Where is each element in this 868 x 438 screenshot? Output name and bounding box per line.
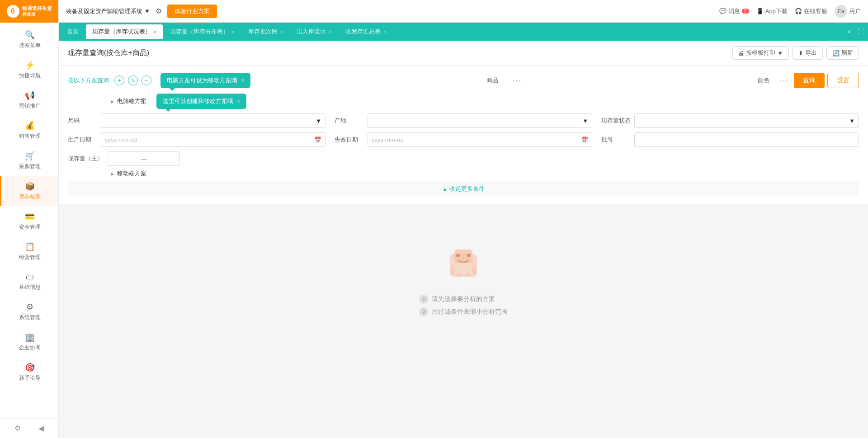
- sidebar-label-enterprise: 企业协同: [19, 344, 41, 352]
- edit-scheme-btn[interactable]: ✎: [128, 75, 138, 85]
- tab-close-inventory-dist[interactable]: ×: [231, 29, 234, 34]
- refresh-btn[interactable]: 🔄 刷新: [826, 46, 859, 60]
- finance-icon: 💳: [25, 212, 35, 221]
- print-icon: 🖨: [738, 50, 744, 57]
- exp-date-label: 失效日期: [335, 136, 364, 144]
- batch-input[interactable]: [634, 132, 859, 147]
- logo: 6 畅通道好生意 标准版: [0, 0, 58, 23]
- collapse-up-icon: ▲: [442, 186, 448, 193]
- system-title: 装备及固定资产辅助管理系统: [66, 7, 142, 15]
- color-more-btn[interactable]: ···: [779, 76, 788, 85]
- tab-inventory-dist[interactable]: 现存量（库存分布表） ×: [164, 24, 241, 39]
- svg-rect-6: [457, 273, 462, 277]
- back-scheme-btn[interactable]: ←: [142, 75, 151, 85]
- search-btn[interactable]: 查询: [794, 73, 825, 88]
- online-service-btn[interactable]: 🎧 在线客服: [795, 7, 827, 15]
- tab-bar: 首页 现存量（库存状况表） × 现存量（库存分布表） × 库存批次账 × 出入库…: [59, 23, 868, 41]
- sidebar-bottom: ⚙ ◀: [0, 418, 58, 438]
- tab-close-batch[interactable]: ×: [280, 29, 283, 34]
- sidebar-item-operations[interactable]: 📋 经营管理: [0, 236, 58, 267]
- message-btn[interactable]: 💬 消息 9: [719, 7, 749, 15]
- tab-inout-flow[interactable]: 出入库流水 ×: [290, 24, 338, 39]
- filter-item-exp-date: 失效日期 yyyy-mm-dd 📅: [335, 132, 592, 147]
- template-print-btn[interactable]: 🖨 按模板打印 ▼: [732, 46, 789, 60]
- app-download-label: App下载: [765, 7, 788, 15]
- reset-btn[interactable]: 设置: [827, 73, 859, 88]
- filter-scheme-row: 按以下方案查询 + ✎ ← 电脑方案可设为移动方案哦 × 商品 ···: [68, 73, 859, 88]
- sidebar-item-nav[interactable]: ⚡ 快捷导航: [0, 55, 58, 85]
- empty-state: ① 请先选择要分析的方案 ② 用过滤条件来缩小分析范围: [59, 204, 868, 356]
- sidebar-item-search[interactable]: 🔍 搜索菜单: [0, 24, 58, 55]
- industry-btn[interactable]: 体验行业方案: [167, 5, 217, 18]
- top-header: 装备及固定资产辅助管理系统 ▼ ⚙ 体验行业方案 💬 消息 9 📱 App下载 …: [59, 0, 868, 23]
- origin-select[interactable]: ▼: [368, 113, 592, 128]
- sidebar-label-system: 系统管理: [19, 314, 41, 321]
- sidebar-label-operations: 经营管理: [19, 254, 41, 261]
- filter-item-prod-date: 生产日期 yyyy-mm-dd 📅: [68, 132, 326, 147]
- sidebar-item-enterprise[interactable]: 🏢 企业协同: [0, 327, 58, 357]
- size-select[interactable]: ▼: [101, 113, 326, 128]
- pc-scheme-label: 电脑端方案: [117, 97, 146, 105]
- tab-home[interactable]: 首页: [61, 24, 85, 39]
- nav-icon: ⚡: [25, 60, 35, 70]
- tab-inventory-status[interactable]: 现存量（库存状况表） ×: [86, 24, 163, 39]
- sidebar-item-purchase[interactable]: 🛒 采购管理: [0, 146, 58, 176]
- service-icon: 🎧: [795, 8, 802, 14]
- sidebar-item-sales[interactable]: 💰 销售管理: [0, 115, 58, 146]
- sidebar-item-inventory[interactable]: 📦 库存核算: [0, 176, 58, 206]
- tab-close-inout[interactable]: ×: [329, 29, 331, 34]
- mobile-scheme-label: 移动端方案: [117, 170, 146, 178]
- settings-gear-btn[interactable]: ⚙: [156, 7, 162, 15]
- sidebar-item-basic[interactable]: 🗃 基础信息: [0, 267, 58, 297]
- system-title-dropdown[interactable]: 装备及固定资产辅助管理系统 ▼: [66, 7, 150, 15]
- app-download-btn[interactable]: 📱 App下载: [756, 7, 788, 15]
- tab-batch-account[interactable]: 库存批次账 ×: [242, 24, 289, 39]
- marketing-icon: 📢: [25, 90, 35, 100]
- sidebar-item-guide[interactable]: 🎯 新手引导: [0, 357, 58, 387]
- exp-date-input[interactable]: yyyy-mm-dd 📅: [368, 132, 592, 147]
- step-num-2: ②: [419, 307, 428, 316]
- user-menu[interactable]: Ea 用户: [835, 5, 861, 18]
- scheme-tooltip2-wrapper: 这里可以创建和修改方案哦 ×: [156, 94, 246, 109]
- product-more-btn[interactable]: ···: [512, 76, 522, 85]
- system-icon: ⚙: [26, 302, 33, 312]
- sidebar-item-finance[interactable]: 💳 资金管理: [0, 206, 58, 236]
- main-content: 装备及固定资产辅助管理系统 ▼ ⚙ 体验行业方案 💬 消息 9 📱 App下载 …: [59, 0, 868, 438]
- svg-rect-4: [451, 265, 454, 274]
- calendar-icon: 📅: [314, 137, 321, 143]
- tab-close-inventory-status[interactable]: ×: [154, 29, 156, 34]
- tab-close-receive[interactable]: ×: [383, 29, 386, 34]
- batch-label: 批号: [601, 136, 631, 144]
- prod-date-input[interactable]: yyyy-mm-dd 📅: [101, 132, 326, 147]
- collapse-sidebar-btn[interactable]: ◀: [38, 424, 44, 433]
- tab-receive-summary[interactable]: 收发存汇总表 ×: [339, 24, 392, 39]
- scheme-tooltip-1: 电脑方案可设为移动方案哦 ×: [160, 73, 250, 88]
- sidebar-label-inventory: 库存核算: [19, 193, 41, 201]
- add-scheme-btn[interactable]: +: [114, 75, 124, 85]
- export-btn[interactable]: ⬆ 导出: [793, 46, 823, 60]
- collapse-bar[interactable]: ▲ 收起更多条件: [68, 181, 859, 197]
- close-all-tabs-btn[interactable]: ×: [845, 26, 853, 37]
- sidebar-item-marketing[interactable]: 📢 营销推广: [0, 85, 58, 115]
- sidebar-nav: 🔍 搜索菜单 ⚡ 快捷导航 📢 营销推广 💰 销售管理 🛒 采购管理 📦 库存核…: [0, 23, 58, 418]
- step-1-text: 请先选择要分析的方案: [432, 295, 495, 303]
- origin-label: 产地: [335, 117, 364, 125]
- svg-rect-5: [472, 265, 476, 274]
- tab-bar-actions: × ⛶: [845, 26, 866, 37]
- sales-icon: 💰: [25, 121, 35, 131]
- sidebar-item-system[interactable]: ⚙ 系统管理: [0, 297, 58, 327]
- step-2-text: 用过滤条件来缩小分析范围: [432, 308, 508, 316]
- stock-qty-input[interactable]: —: [108, 151, 180, 166]
- settings-bottom-btn[interactable]: ⚙: [14, 424, 21, 433]
- operations-icon: 📋: [25, 242, 35, 252]
- sidebar-label-guide: 新手引导: [19, 374, 41, 382]
- minimize-btn[interactable]: ⛶: [856, 26, 866, 37]
- logo-name: 畅通道好生意: [22, 5, 52, 11]
- tab-inout-label: 出入库流水: [297, 28, 326, 36]
- tooltip1-close-btn[interactable]: ×: [241, 77, 244, 84]
- tooltip2-close-btn[interactable]: ×: [237, 98, 240, 104]
- prod-date-label: 生产日期: [68, 136, 97, 144]
- print-dropdown-icon: ▼: [777, 50, 783, 57]
- online-service-label: 在线客服: [804, 7, 827, 15]
- stock-status-select[interactable]: ▼: [634, 113, 859, 128]
